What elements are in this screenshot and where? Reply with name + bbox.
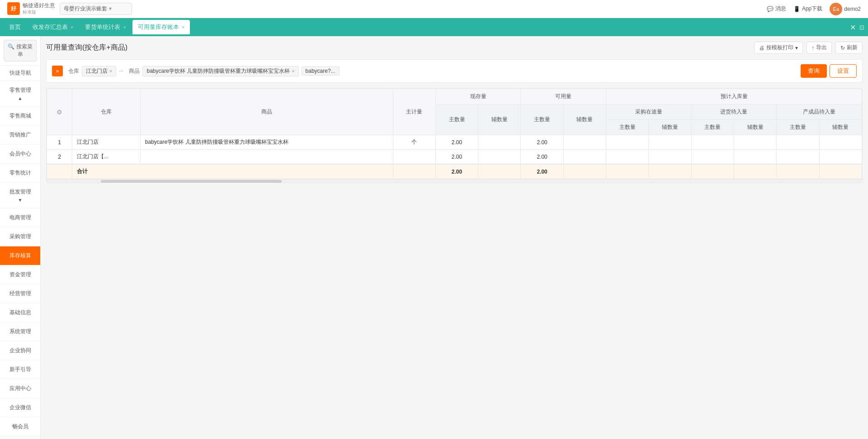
export-button[interactable]: ↑ 导出 [807, 42, 832, 54]
sidebar-item-operations[interactable]: 经营管理 [0, 284, 40, 303]
quick-nav-button[interactable]: 快捷导航 [0, 66, 40, 81]
th-forecast-arrival: 预计入库量 [606, 89, 862, 104]
sidebar-item-purchase[interactable]: 采购管理 [0, 227, 40, 246]
print-button[interactable]: 🖨 按模板打印 ▾ [754, 42, 803, 54]
row2-available-aux [563, 150, 606, 165]
tab-available-ledger[interactable]: 可用量库存账本 × [132, 20, 190, 34]
settings-button[interactable]: 设置 [830, 64, 857, 78]
th-arrival-aux: 辅数量 [734, 120, 776, 135]
product-tag-1-close[interactable]: × [292, 68, 294, 74]
sidebar-search-area: 🔍 搜索菜单 [0, 36, 40, 66]
th-purchase-aux: 辅数量 [649, 120, 691, 135]
total-purchase-aux [649, 164, 691, 179]
row2-arrival-main [691, 150, 734, 165]
sidebar-item-enterprise-wechat[interactable]: 企业微信 [0, 398, 40, 417]
tab-home-label: 首页 [9, 23, 21, 31]
th-production-aux: 辅数量 [819, 120, 862, 135]
th-current-stock: 现存量 [435, 89, 521, 104]
tab-home[interactable]: 首页 [4, 20, 26, 34]
user-area[interactable]: Ea demo2 [830, 3, 861, 15]
search-menu-button[interactable]: 🔍 搜索菜单 [4, 40, 37, 61]
refresh-button[interactable]: ↻ 刷新 [835, 42, 863, 54]
newbie-label: 新手引导 [9, 366, 31, 373]
warehouse-label: 仓库 [68, 67, 79, 75]
table-row: 2 江北门店【... 2.00 2.00 [47, 150, 862, 165]
window-close-button[interactable]: ✕ [850, 23, 856, 32]
sidebar-item-basic-info[interactable]: 基础信息 [0, 303, 40, 322]
tab-receipt-summary[interactable]: 收发存汇总表 × [27, 20, 79, 34]
th-current-aux: 辅数量 [478, 104, 521, 135]
sidebar-item-app-center[interactable]: 应用中心 [0, 379, 40, 398]
warehouse-tag[interactable]: 江北门店 × [82, 66, 116, 76]
tab-order-close[interactable]: × [123, 24, 126, 30]
tab-receipt-close[interactable]: × [71, 24, 73, 30]
total-empty-1 [47, 164, 72, 179]
table-scrollbar[interactable] [47, 179, 862, 183]
product-tag-2[interactable]: babycare?... [302, 66, 340, 76]
query-button[interactable]: 查询 [801, 64, 827, 78]
th-gear[interactable]: ⚙ [47, 89, 72, 135]
sidebar: 🔍 搜索菜单 快捷导航 零售管理 ▲ 零售商城 营销推广 会员中心 零售统计 批… [0, 36, 41, 439]
avatar: Ea [830, 3, 842, 15]
row2-available-main: 2.00 [521, 150, 563, 165]
warehouse-tag-close[interactable]: × [109, 68, 112, 74]
membership-label: 畅会员 [12, 423, 28, 430]
warehouse-tags: 江北门店 × ··· [82, 66, 123, 76]
sidebar-item-member[interactable]: 会员中心 [0, 145, 40, 164]
warehouse-more[interactable]: ··· [119, 68, 123, 74]
app-download-button[interactable]: 📱 App下载 [793, 5, 822, 13]
page-actions: 🖨 按模板打印 ▾ ↑ 导出 ↻ 刷新 [754, 42, 863, 54]
window-minimize-button[interactable]: ⊡ [859, 24, 864, 31]
sidebar-item-inventory[interactable]: 库存核算 [0, 246, 40, 265]
sidebar-item-marketing[interactable]: 营销推广 [0, 126, 40, 145]
tab-available-close[interactable]: × [182, 24, 184, 30]
finance-label: 资金管理 [9, 271, 31, 279]
app-download-label: App下载 [802, 5, 822, 13]
th-current-main: 主数量 [435, 104, 478, 135]
row2-current-main: 2.00 [435, 150, 478, 165]
product-tag-2-text: babycare?... [306, 68, 335, 74]
sidebar-item-wholesale[interactable]: 批发管理 ▼ [0, 183, 40, 208]
total-row: 合计 2.00 2.00 [47, 164, 862, 179]
top-bar: 好 畅捷通好生意 标准版 母婴行业演示账套 ▾ 💬 消息 📱 App下载 Ea … [0, 0, 868, 18]
total-production-aux [819, 164, 862, 179]
message-button[interactable]: 💬 消息 [767, 5, 786, 13]
th-purchase-main: 主数量 [606, 120, 649, 135]
filter-expand-button[interactable]: » [52, 66, 63, 76]
company-selector[interactable]: 母婴行业演示账套 ▾ [60, 3, 132, 15]
sidebar-item-retail-stats[interactable]: 零售统计 [0, 164, 40, 183]
row1-production-aux [819, 135, 862, 150]
product-label: 商品 [129, 67, 140, 75]
tab-order-summary[interactable]: 要货单统计表 × [80, 20, 131, 34]
th-available-aux: 辅数量 [563, 104, 606, 135]
total-current-main: 2.00 [435, 164, 478, 179]
th-purchase-transit: 采购在途量 [606, 104, 692, 120]
app-center-label: 应用中心 [9, 385, 31, 392]
th-warehouse: 仓库 [72, 89, 141, 135]
search-menu-label: 搜索菜单 [16, 43, 33, 57]
sidebar-item-newbie[interactable]: 新手引导 [0, 360, 40, 379]
row1-production-main [777, 135, 819, 150]
total-current-aux [478, 164, 521, 179]
row1-arrival-aux [734, 135, 776, 150]
sidebar-item-ecommerce[interactable]: 电商管理 [0, 208, 40, 227]
table-scroll-thumb[interactable] [101, 180, 282, 183]
total-unit [393, 164, 435, 179]
basic-info-label: 基础信息 [9, 309, 31, 316]
search-icon: 🔍 [8, 43, 14, 50]
sidebar-item-membership[interactable]: 畅会员 [0, 417, 40, 436]
sidebar-item-enterprise[interactable]: 企业协同 [0, 341, 40, 360]
row1-unit: 个 [393, 135, 435, 150]
content-area: 可用量查询(按仓库+商品) 🖨 按模板打印 ▾ ↑ 导出 ↻ 刷新 [41, 36, 868, 439]
th-available-main: 主数量 [521, 104, 563, 135]
sidebar-item-system[interactable]: 系统管理 [0, 322, 40, 341]
product-tag-1[interactable]: babycare学饮杯 儿童防摔防撞吸管杯重力球吸嘴杯宝宝水杯 × [142, 66, 298, 76]
enterprise-label: 企业协同 [9, 347, 31, 354]
username: demo2 [844, 6, 861, 12]
sidebar-item-finance[interactable]: 资金管理 [0, 265, 40, 284]
sidebar-item-retail-mall[interactable]: 零售商城 [0, 107, 40, 126]
company-name: 母婴行业演示账套 [64, 5, 107, 13]
logo-sub: 标准版 [23, 9, 55, 15]
sidebar-item-retail-mgmt[interactable]: 零售管理 ▲ [0, 81, 40, 107]
total-arrival-main [691, 164, 734, 179]
